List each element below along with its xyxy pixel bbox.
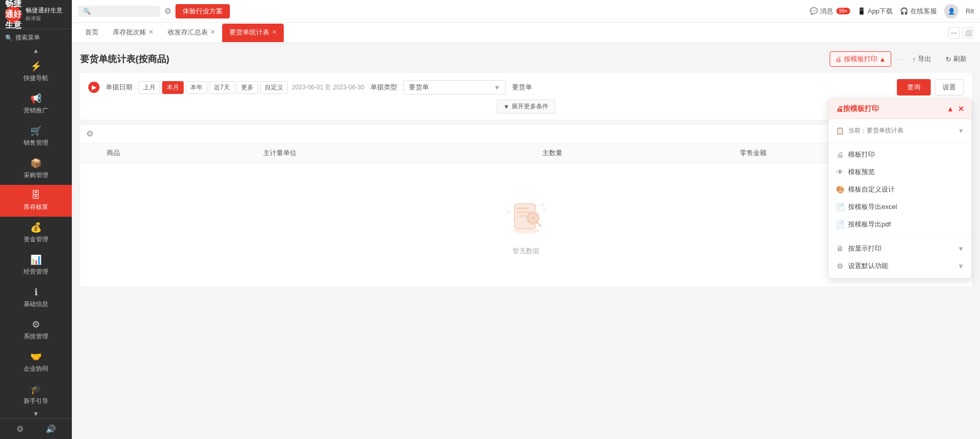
window-minimize-btn[interactable]: — bbox=[948, 27, 959, 39]
print-dropdown-menu: 🖨 按模板打印 ▲ ✕ 📋 当前：要货单统计表 ▼ 🖨 模板打印 bbox=[828, 99, 972, 279]
type-select-value: 要货单 bbox=[409, 83, 429, 92]
message-badge: 99+ bbox=[836, 8, 850, 14]
sidebar-item-jingying[interactable]: 📊 经营管理 bbox=[0, 249, 72, 281]
window-maximize-btn[interactable]: ⬜ bbox=[963, 27, 974, 39]
topbar: 🔍 ⚙ 体验行业方案 💬 消息 99+ 📱 App下载 🎧 在线客服 👤 bbox=[72, 0, 980, 23]
app-name: 畅捷通好生意 bbox=[26, 7, 63, 15]
tab-kucun-pici-close[interactable]: ✕ bbox=[149, 29, 153, 35]
topbar-gear-icon[interactable]: ⚙ bbox=[164, 6, 171, 16]
scroll-down-btn[interactable]: ▼ bbox=[0, 409, 72, 418]
tab-yaohuo-tongji-close[interactable]: ✕ bbox=[272, 29, 277, 35]
svg-line-9 bbox=[541, 204, 544, 206]
tab-yaohuo-tongji[interactable]: 要货单统计表 ✕ bbox=[222, 24, 284, 42]
dropdown-close-icon[interactable]: ✕ bbox=[958, 105, 964, 113]
date-btn-prev[interactable]: 上月 bbox=[139, 81, 160, 94]
header-dots-icon[interactable]: ··· bbox=[895, 54, 903, 65]
export-button[interactable]: ↑ 导出 bbox=[908, 52, 937, 66]
message-action[interactable]: 💬 消息 99+ bbox=[810, 7, 850, 16]
refresh-button[interactable]: ↻ 刷新 bbox=[940, 52, 972, 66]
dropdown-item-display-print[interactable]: 🖥 按显示打印 ▼ bbox=[829, 240, 971, 257]
sidebar-item-kucun[interactable]: 🗄 库存核算 bbox=[0, 185, 72, 217]
print-icon-header: 🖨 bbox=[836, 105, 843, 113]
date-btn-cur[interactable]: 本月 bbox=[162, 81, 184, 94]
date-btn-year[interactable]: 本年 bbox=[186, 81, 207, 94]
filter-action-buttons: 查询 设置 bbox=[897, 79, 964, 96]
nav-label-yingxiao: 营销推广 bbox=[24, 106, 48, 115]
dropdown-item-template-preview[interactable]: 👁 模板预览 bbox=[829, 163, 971, 181]
dropdown-item-template-pdf[interactable]: 📄 按模板导出pdf bbox=[829, 216, 971, 233]
type-select[interactable]: 要货单 ▼ bbox=[403, 80, 506, 94]
sidebar-item-zijin[interactable]: 💰 资金管理 bbox=[0, 217, 72, 249]
table-gear-icon[interactable]: ⚙ bbox=[86, 129, 93, 139]
sidebar-search[interactable]: 🔍 搜索菜单 bbox=[0, 29, 72, 46]
sidebar-item-xiaoshou[interactable]: 🛒 销售管理 bbox=[0, 120, 72, 152]
sidebar-item-caigou[interactable]: 📦 采购管理 bbox=[0, 152, 72, 185]
nav-label-kuaijie: 快捷导航 bbox=[24, 74, 48, 83]
date-btn-custom[interactable]: 自定义 bbox=[260, 81, 288, 94]
window-controls: — ⬜ bbox=[948, 27, 974, 39]
avatar[interactable]: 👤 bbox=[944, 4, 958, 18]
tab-shoufa-huizong[interactable]: 收发存汇总表 ✕ bbox=[161, 24, 222, 42]
default-func-icon: ⚙ bbox=[836, 262, 844, 270]
dropdown-header: 🖨 按模板打印 ▲ ✕ bbox=[829, 99, 971, 119]
sidebar-item-xinshou[interactable]: 🎓 新手引导 bbox=[0, 378, 72, 409]
empty-text: 暂无数据 bbox=[513, 246, 539, 256]
trial-button[interactable]: 体验行业方案 bbox=[175, 4, 230, 18]
sidebar-nav: ⚡ 快捷导航 📢 营销推广 🛒 销售管理 📦 采购管理 🗄 库存核算 💰 资金管… bbox=[0, 55, 72, 409]
settings-icon[interactable]: ⚙ bbox=[16, 424, 24, 434]
nav-label-xinshou: 新手引导 bbox=[24, 397, 48, 406]
print-template-button[interactable]: 🖨 按模板打印 ▲ bbox=[830, 51, 892, 67]
print-chevron-icon: ▲ bbox=[879, 55, 886, 63]
dropdown-item-template-print[interactable]: 🖨 模板打印 bbox=[829, 146, 971, 163]
sidebar-item-jichu[interactable]: ℹ 基础信息 bbox=[0, 281, 72, 314]
topbar-search[interactable]: 🔍 bbox=[78, 6, 160, 17]
sidebar-item-xitong[interactable]: ⚙ 系统管理 bbox=[0, 314, 72, 346]
nav-label-xiaoshou: 销售管理 bbox=[24, 139, 48, 147]
empty-illustration bbox=[503, 194, 549, 240]
nav-icon-xitong: ⚙ bbox=[32, 319, 40, 330]
nav-label-zijin: 资金管理 bbox=[24, 235, 48, 244]
dropdown-item-template-design[interactable]: 🎨 模板自定义设计 bbox=[829, 181, 971, 198]
template-pdf-icon: 📄 bbox=[836, 220, 844, 228]
col-qty: 主数量 bbox=[536, 143, 734, 163]
sidebar-item-kuaijie[interactable]: ⚡ 快捷导航 bbox=[0, 55, 72, 88]
app-download-action[interactable]: 📱 App下载 bbox=[857, 7, 893, 16]
dropdown-item-template-excel[interactable]: 📄 按模板导出excel bbox=[829, 198, 971, 216]
export-label: 导出 bbox=[918, 54, 931, 64]
query-button[interactable]: 查询 bbox=[897, 79, 931, 96]
tab-kucun-pici[interactable]: 库存批次账 ✕ bbox=[106, 24, 161, 42]
display-print-label: 按显示打印 bbox=[848, 244, 881, 253]
topbar-left: 🔍 ⚙ 体验行业方案 bbox=[78, 4, 806, 18]
dropdown-item-default-func[interactable]: ⚙ 设置默认功能 ▼ bbox=[829, 257, 971, 275]
tab-home[interactable]: 首页 bbox=[78, 24, 106, 42]
sidebar-item-qiye[interactable]: 🤝 企业协同 bbox=[0, 346, 72, 378]
nav-label-kucun: 库存核算 bbox=[24, 203, 48, 212]
nav-icon-qiye: 🤝 bbox=[30, 351, 42, 362]
nav-icon-kuaijie: ⚡ bbox=[30, 61, 42, 72]
content-area: 要货单统计表(按商品) 🖨 按模板打印 ▲ ··· ↑ 导出 ↻ 刷新 bbox=[72, 43, 980, 439]
sidebar-item-yingxiao[interactable]: 📢 营销推广 bbox=[0, 88, 72, 120]
date-btn-week7[interactable]: 近7天 bbox=[209, 81, 234, 94]
svg-rect-2 bbox=[517, 207, 528, 209]
sound-icon[interactable]: 🔊 bbox=[46, 424, 56, 434]
expand-more-button[interactable]: ▼ 展开更多条件 bbox=[497, 100, 555, 113]
dropdown-display-section: 🖥 按显示打印 ▼ ⚙ 设置默认功能 ▼ bbox=[829, 237, 971, 278]
svg-rect-4 bbox=[517, 215, 526, 217]
col-settings bbox=[80, 143, 101, 163]
sidebar-footer: ⚙ 🔊 bbox=[0, 418, 72, 439]
type-filter-label: 单据类型 bbox=[370, 83, 397, 92]
tabs-bar: 首页 库存批次账 ✕ 收发存汇总表 ✕ 要货单统计表 ✕ — ⬜ bbox=[72, 23, 980, 43]
display-print-arrow-icon: ▼ bbox=[957, 245, 964, 253]
settings-button[interactable]: 设置 bbox=[935, 79, 964, 96]
nav-icon-xinshou: 🎓 bbox=[30, 384, 42, 395]
template-preview-icon: 👁 bbox=[836, 168, 844, 176]
date-btn-more[interactable]: 更多 bbox=[237, 81, 258, 94]
tab-shoufa-huizong-close[interactable]: ✕ bbox=[210, 29, 215, 35]
nav-label-xitong: 系统管理 bbox=[24, 332, 48, 341]
filter-expand-toggle[interactable]: ▶ bbox=[88, 82, 100, 93]
topbar-right: 💬 消息 99+ 📱 App下载 🎧 在线客服 👤 Rit bbox=[810, 4, 974, 18]
scroll-up-btn[interactable]: ▲ bbox=[0, 46, 72, 55]
online-service-action[interactable]: 🎧 在线客服 bbox=[900, 7, 937, 16]
print-btn-label: 按模板打印 bbox=[844, 54, 877, 64]
dropdown-expand-icon[interactable]: ▲ bbox=[947, 105, 954, 113]
